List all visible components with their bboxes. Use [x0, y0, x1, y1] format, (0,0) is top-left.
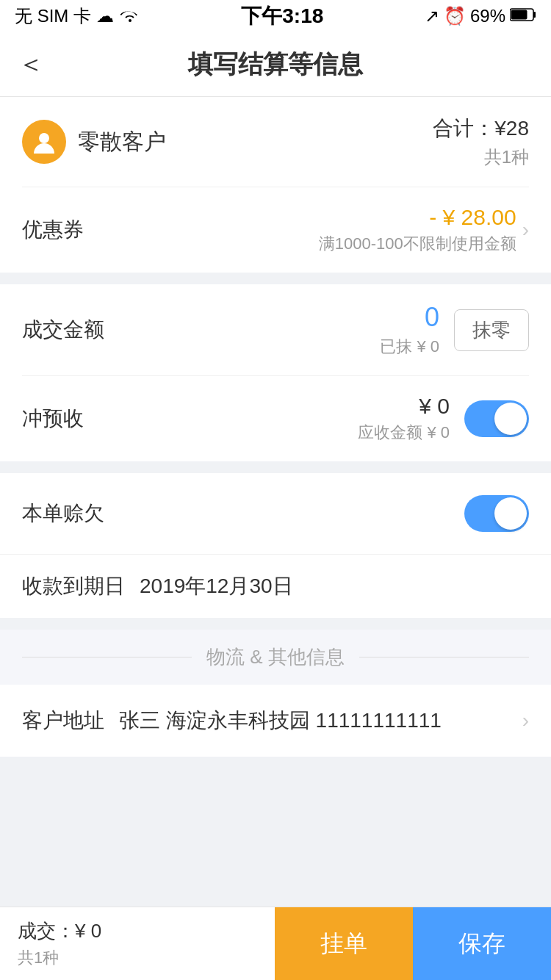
customer-total: 合计：¥28 [433, 115, 529, 143]
customer-name: 零散客户 [78, 127, 166, 157]
address-label: 客户地址 [22, 707, 104, 735]
customer-count: 共1种 [433, 145, 529, 169]
alarm-icon: ⏰ [444, 6, 466, 26]
round-zero-button[interactable]: 抹零 [454, 309, 529, 351]
prepay-toggle[interactable] [464, 400, 529, 437]
debt-toggle-knob [494, 497, 527, 530]
address-row[interactable]: 客户地址 张三 海淀永丰科技园 11111111111 › [0, 685, 551, 757]
coupon-row[interactable]: 优惠券 - ¥ 28.00 满1000-100不限制使用金额 › [0, 187, 551, 273]
coupon-right: - ¥ 28.00 满1000-100不限制使用金额 › [319, 205, 529, 255]
svg-point-3 [39, 133, 49, 143]
coupon-label: 优惠券 [22, 216, 84, 244]
bottom-deal-label: 成交：¥ 0 [18, 918, 257, 944]
deal-value-wrap: 0 已抹 ¥ 0 [380, 302, 439, 358]
prepay-right: ¥ 0 应收金额 ¥ 0 [358, 394, 529, 444]
address-value: 张三 海淀永丰科技园 11111111111 [119, 707, 522, 735]
main-content: 零散客户 合计：¥28 共1种 优惠券 - ¥ 28.00 满1000-100不… [0, 97, 551, 837]
deal-amount-label: 成交金额 [22, 316, 104, 344]
prepay-label: 冲预收 [22, 405, 84, 433]
location-icon: ↗ [425, 6, 439, 26]
prepay-row: 冲预收 ¥ 0 应收金额 ¥ 0 [22, 376, 529, 461]
customer-row[interactable]: 零散客户 合计：¥28 共1种 [0, 97, 551, 187]
customer-left: 零散客户 [22, 120, 166, 164]
status-time: 下午3:18 [241, 2, 323, 30]
save-button[interactable]: 保存 [413, 907, 551, 980]
deal-section: 成交金额 0 已抹 ¥ 0 抹零 冲预收 ¥ 0 应收金额 ¥ 0 [0, 284, 551, 461]
logistics-line-left [22, 657, 192, 657]
due-date-label: 收款到期日 [22, 572, 125, 600]
coupon-amount: - ¥ 28.00 [319, 205, 516, 230]
address-chevron-icon: › [522, 709, 529, 732]
debt-toggle[interactable] [464, 495, 529, 532]
status-bar: 无 SIM 卡 ☁ 下午3:18 ↗ ⏰ 69% [0, 0, 551, 32]
coupon-desc: 满1000-100不限制使用金额 [319, 233, 516, 255]
due-date-row: 收款到期日 2019年12月30日 [0, 554, 551, 618]
bottom-count: 共1种 [18, 947, 257, 969]
battery-label: 69% [470, 6, 505, 26]
hang-order-button[interactable]: 挂单 [275, 907, 413, 980]
coupon-info: - ¥ 28.00 满1000-100不限制使用金额 [319, 205, 516, 255]
status-left: 无 SIM 卡 ☁ [15, 4, 140, 28]
prepay-value-wrap: ¥ 0 应收金额 ¥ 0 [358, 394, 450, 444]
prepay-amount: ¥ 0 [358, 394, 450, 419]
nav-bar: ＜ 填写结算等信息 [0, 32, 551, 97]
customer-section: 零散客户 合计：¥28 共1种 优惠券 - ¥ 28.00 满1000-100不… [0, 97, 551, 273]
prepay-sub: 应收金额 ¥ 0 [358, 422, 450, 444]
logistics-line-right [359, 657, 529, 657]
svg-rect-2 [511, 10, 527, 20]
bottom-bar: 成交：¥ 0 共1种 挂单 保存 [0, 907, 551, 980]
customer-right: 合计：¥28 共1种 [433, 115, 529, 169]
due-date-value: 2019年12月30日 [140, 572, 293, 600]
toggle-knob [494, 403, 527, 435]
battery-icon [510, 6, 536, 26]
logistics-header: 物流 & 其他信息 [0, 630, 551, 685]
deal-amount-row: 成交金额 0 已抹 ¥ 0 抹零 [22, 284, 529, 376]
deal-amount-sub: 已抹 ¥ 0 [380, 336, 439, 358]
customer-avatar [22, 120, 66, 164]
wifi-icon [120, 6, 140, 26]
address-section: 客户地址 张三 海淀永丰科技园 11111111111 › [0, 685, 551, 757]
debt-section: 本单赊欠 收款到期日 2019年12月30日 [0, 473, 551, 618]
logistics-label: 物流 & 其他信息 [206, 644, 345, 670]
debt-row: 本单赊欠 [0, 473, 551, 554]
deal-amount-value: 0 [380, 302, 439, 333]
bottom-info: 成交：¥ 0 共1种 [0, 907, 275, 980]
debt-label: 本单赊欠 [22, 500, 104, 527]
deal-amount-right: 0 已抹 ¥ 0 抹零 [380, 302, 529, 358]
page-title: 填写结算等信息 [188, 48, 363, 82]
no-sim-label: 无 SIM 卡 ☁ [15, 4, 114, 28]
status-right: ↗ ⏰ 69% [425, 6, 536, 26]
back-button[interactable]: ＜ [18, 46, 44, 82]
coupon-chevron-icon: › [522, 218, 529, 242]
svg-rect-1 [533, 12, 536, 18]
